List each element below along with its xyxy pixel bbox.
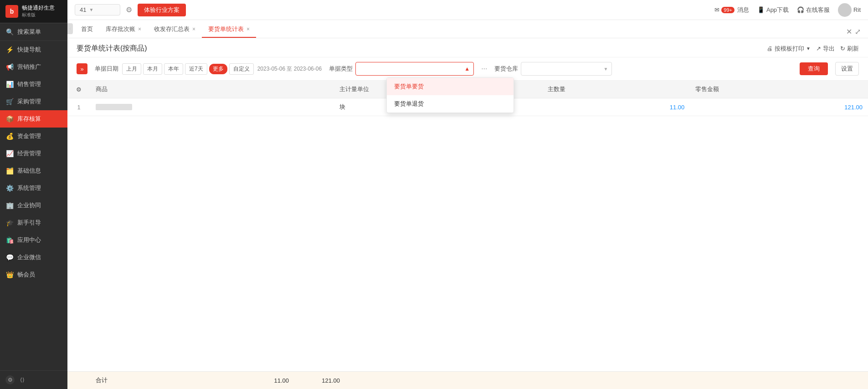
sidebar-nav: 🔍 搜索菜单 ⚡ 快捷导航 📢 营销推广 📊 销售管理 🛒 采购管理 📦 库存核…: [0, 23, 67, 370]
sidebar-item-quick-nav[interactable]: ⚡ 快捷导航: [0, 41, 67, 58]
tenant-selector[interactable]: 41 ▼: [75, 4, 120, 15]
product-cell: [96, 104, 329, 110]
sidebar-item-finance[interactable]: 💰 资金管理: [0, 128, 67, 145]
tab-home[interactable]: 首页: [75, 21, 99, 38]
double-chevron-icon: »: [80, 66, 83, 72]
filter-toggle-btn[interactable]: »: [77, 63, 87, 74]
col-settings[interactable]: ⚙: [67, 81, 90, 98]
query-button[interactable]: 查询: [800, 62, 828, 75]
date-custom-btn[interactable]: 自定义: [229, 63, 254, 75]
product-bar: [96, 104, 132, 110]
sidebar-item-purchase[interactable]: 🛒 采购管理: [0, 93, 67, 110]
member-icon: 👑: [5, 271, 14, 278]
filter-bar: » 单据日期 上月 本月 本年 近7天 更多 自定义 2023-05-06 至 …: [67, 57, 868, 81]
refresh-action[interactable]: ↻ 刷新: [840, 45, 859, 53]
finance-icon: 💰: [5, 133, 14, 140]
tab-home-label: 首页: [81, 25, 93, 33]
message-icon: ✉: [714, 6, 719, 13]
tab-order-summary[interactable]: 要货单统计表 ×: [202, 21, 256, 38]
sidebar-item-appstore[interactable]: 🛍️ 应用中心: [0, 231, 67, 249]
row-amount[interactable]: 121.00: [690, 98, 868, 116]
export-action[interactable]: ↗ 导出: [816, 45, 835, 53]
tab-order-summary-label: 要货单统计表: [208, 25, 244, 33]
date-prev-month-btn[interactable]: 上月: [122, 63, 141, 75]
tab-order-summary-close[interactable]: ×: [247, 26, 250, 32]
settings-bottom-icon[interactable]: ⚙: [5, 375, 15, 384]
tab-receipt-summary-label: 收发存汇总表: [154, 25, 190, 33]
print-action[interactable]: 🖨 按模板打印 ▼: [767, 45, 811, 53]
sidebar-item-guide[interactable]: 🎓 新手引导: [0, 214, 67, 231]
type-filter-label: 单据类型: [329, 65, 353, 73]
main-area: 41 ▼ ⚙ 体验行业方案 ✉ 99+ 消息 📱 App下载 🎧 在线客服 R: [67, 0, 868, 389]
message-label: 消息: [737, 6, 749, 14]
dropdown-item-order-goods[interactable]: 要货单要货: [387, 78, 514, 95]
table-footer: 合计 11.00 121.00: [67, 371, 868, 389]
print-label: 按模板打印: [775, 45, 804, 53]
footer-total-label: 合计: [73, 376, 249, 384]
warehouse-select-box[interactable]: ▼: [521, 62, 612, 76]
logo-name: 畅捷通好生意: [22, 5, 55, 12]
sidebar-item-system[interactable]: ⚙️ 系统管理: [0, 179, 67, 197]
footer-amount: 121.00: [294, 377, 340, 384]
sidebar: b 畅捷通好生意 标准版 ‹ 🔍 搜索菜单 ⚡ 快捷导航 📢 营销推广 📊 销售…: [0, 0, 67, 389]
type-dropdown-popup: 要货单要货 要货单退货: [386, 77, 514, 113]
sidebar-item-wechat[interactable]: 💬 企业微信: [0, 249, 67, 266]
header-left: 41 ▼ ⚙ 体验行业方案: [75, 4, 186, 16]
warehouse-chevron-icon: ▼: [604, 67, 608, 72]
refresh-label: 刷新: [847, 45, 859, 53]
warehouse-label: 要货仓库: [494, 65, 518, 73]
col-product: 商品: [90, 81, 334, 98]
tab-inventory-batch-label: 库存批次账: [106, 25, 135, 33]
tab-close-all-icon[interactable]: ✕: [846, 27, 852, 36]
type-select-chevron-icon: ▲: [464, 66, 470, 72]
sidebar-item-member[interactable]: 👑 畅会员: [0, 266, 67, 283]
settings-button[interactable]: 设置: [835, 62, 859, 76]
sidebar-bottom: ⚙ ⟨⟩: [0, 370, 67, 389]
row-product: [90, 98, 334, 116]
trial-button[interactable]: 体验行业方案: [138, 4, 186, 16]
date-filter-label: 单据日期: [95, 65, 118, 73]
sidebar-search[interactable]: 🔍 搜索菜单: [0, 23, 67, 41]
date-curr-year-btn[interactable]: 本年: [164, 63, 183, 75]
message-item[interactable]: ✉ 99+ 消息: [714, 6, 749, 14]
online-service-item[interactable]: 🎧 在线客服: [797, 6, 830, 14]
online-service-label: 在线客服: [806, 6, 830, 14]
header-settings-icon[interactable]: ⚙: [126, 5, 132, 14]
tab-inventory-batch-close[interactable]: ×: [138, 26, 141, 32]
print-icon: 🖨: [767, 45, 773, 52]
user-avatar-area[interactable]: Rit: [838, 3, 861, 17]
row-quantity[interactable]: 11.00: [542, 98, 690, 116]
sidebar-item-operations[interactable]: 📈 经营管理: [0, 145, 67, 162]
top-header: 41 ▼ ⚙ 体验行业方案 ✉ 99+ 消息 📱 App下载 🎧 在线客服 R: [67, 0, 868, 20]
sidebar-item-enterprise[interactable]: 🏢 企业协同: [0, 197, 67, 214]
marketing-icon: 📢: [5, 63, 14, 71]
export-label: 导出: [823, 45, 835, 53]
sidebar-collapse-btn[interactable]: ‹: [67, 23, 73, 34]
sidebar-expand-btn[interactable]: ⟨⟩: [20, 377, 25, 383]
date-filter-group: 单据日期 上月 本月 本年 近7天 更多 自定义 2023-05-06 至 20…: [95, 63, 322, 75]
logo-icon: b: [5, 5, 18, 18]
date-curr-month-btn[interactable]: 本月: [143, 63, 162, 75]
sidebar-item-marketing[interactable]: 📢 营销推广: [0, 58, 67, 76]
tab-receipt-summary[interactable]: 收发存汇总表 ×: [148, 21, 202, 38]
tab-receipt-summary-close[interactable]: ×: [192, 26, 195, 32]
print-chevron-icon: ▼: [806, 46, 811, 51]
date-range-display: 2023-05-06 至 2023-06-06: [257, 65, 322, 73]
col-amount: 零售金额: [690, 81, 868, 98]
sidebar-item-basic[interactable]: 🗂️ 基础信息: [0, 162, 67, 179]
date-more-btn[interactable]: 更多: [209, 64, 227, 74]
user-name: Rit: [853, 6, 861, 13]
sidebar-item-sales[interactable]: 📊 销售管理: [0, 76, 67, 93]
dropdown-item-order-return[interactable]: 要货单退货: [387, 95, 514, 113]
date-7days-btn[interactable]: 近7天: [185, 63, 207, 75]
more-options-icon[interactable]: ···: [481, 65, 487, 73]
table-area: ⚙ 商品 主计量单位 主数量 零售金额: [67, 81, 868, 371]
system-icon: ⚙️: [5, 184, 14, 192]
tab-expand-icon[interactable]: ⤢: [855, 27, 861, 36]
tab-inventory-batch[interactable]: 库存批次账 ×: [99, 21, 148, 38]
headset-icon: 🎧: [797, 6, 804, 13]
app-download-item[interactable]: 📱 App下载: [757, 6, 789, 14]
sidebar-item-inventory[interactable]: 📦 库存核算: [0, 110, 67, 128]
type-select-box[interactable]: ▲: [355, 62, 474, 76]
col-quantity: 主数量: [542, 81, 690, 98]
